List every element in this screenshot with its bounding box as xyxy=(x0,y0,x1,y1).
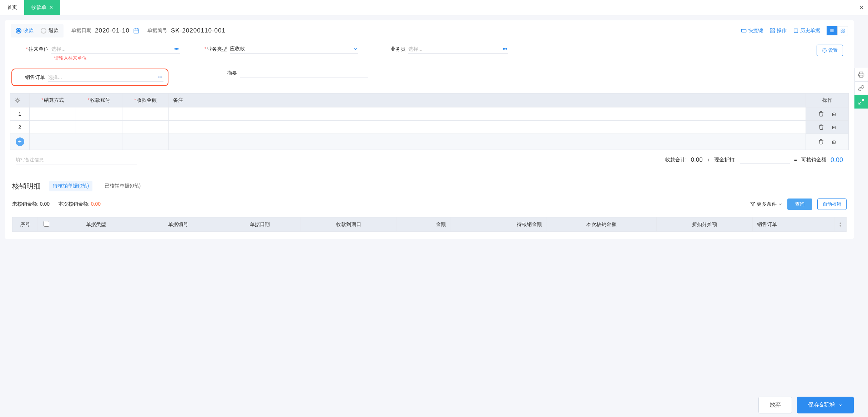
cell-account[interactable] xyxy=(76,121,122,134)
summary-input[interactable] xyxy=(240,70,368,76)
auto-writeoff-button[interactable]: 自动核销 xyxy=(817,199,847,210)
col-remark: 备注 xyxy=(169,94,806,107)
row-index: 1 xyxy=(10,107,30,121)
settings-button[interactable]: 设置 xyxy=(817,45,843,56)
chevron-down-icon xyxy=(778,202,782,206)
delete-icon[interactable] xyxy=(818,111,824,117)
table-row: 1 xyxy=(10,107,849,121)
order-input[interactable] xyxy=(48,74,156,80)
tab-receipt[interactable]: 收款单 × xyxy=(24,0,60,15)
svg-rect-4 xyxy=(741,29,746,32)
view-card-button[interactable] xyxy=(837,26,848,35)
col-discount[interactable]: 折扣分摊额 xyxy=(656,217,752,232)
view-toggle xyxy=(827,26,848,35)
radio-refund[interactable]: 退款 xyxy=(41,27,59,34)
history-link[interactable]: 历史单据 xyxy=(793,27,820,34)
copy-icon[interactable] xyxy=(831,139,836,145)
order-label: 销售订单 xyxy=(16,74,48,81)
svg-rect-10 xyxy=(773,31,774,33)
keyboard-icon xyxy=(741,28,747,34)
cell-method[interactable] xyxy=(30,121,76,134)
chevron-down-icon[interactable] xyxy=(353,46,358,52)
writeoff-value: 0.00 xyxy=(831,156,843,164)
close-all-icon[interactable]: × xyxy=(859,3,864,12)
salesman-input[interactable] xyxy=(408,46,501,52)
col-method: *结算方式 xyxy=(30,94,76,107)
copy-icon[interactable] xyxy=(831,111,836,117)
calendar-icon[interactable] xyxy=(133,27,140,34)
order-input-wrap[interactable]: ••• xyxy=(48,73,163,82)
svg-rect-19 xyxy=(841,31,842,32)
add-row: + xyxy=(10,134,849,150)
tab-pending[interactable]: 待核销单据(0笔) xyxy=(49,181,92,191)
more-icon[interactable]: ••• xyxy=(173,46,180,52)
col-amount: *收款金额 xyxy=(122,94,169,107)
party-input[interactable] xyxy=(51,46,173,52)
date-value[interactable]: 2020-01-10 xyxy=(95,27,130,34)
tab-done[interactable]: 已核销单据(0笔) xyxy=(101,181,144,191)
cell-remark[interactable] xyxy=(169,107,806,121)
cell-remark[interactable] xyxy=(169,121,806,134)
biztype-select[interactable] xyxy=(230,45,358,54)
list-icon xyxy=(793,28,799,34)
operate-link[interactable]: 操作 xyxy=(769,27,787,34)
side-print-button[interactable] xyxy=(854,68,868,81)
col-pending[interactable]: 待核销金额 xyxy=(450,217,546,232)
side-link-button[interactable] xyxy=(854,81,868,95)
party-input-wrap[interactable]: ••• xyxy=(51,45,180,54)
cell-amount[interactable] xyxy=(122,121,169,134)
side-expand-button[interactable] xyxy=(854,95,868,109)
form-item-summary: 摘要 xyxy=(204,69,368,77)
form-item-party: *往来单位 ••• xyxy=(16,45,180,54)
writeoff-info: 未核销金额: 0.00 本次核销金额: 0.00 更多条件 查询 自动核销 xyxy=(5,195,854,213)
salesman-input-wrap[interactable]: ••• xyxy=(408,45,508,54)
copy-icon[interactable] xyxy=(831,124,836,130)
remark-input[interactable] xyxy=(16,155,137,165)
radio-icon xyxy=(16,28,21,34)
discount-label: 现金折扣: xyxy=(714,157,736,163)
salesman-label: 业务员 xyxy=(373,46,408,52)
col-order[interactable]: 销售订单 xyxy=(752,217,834,232)
row-index: 2 xyxy=(10,121,30,134)
delete-icon[interactable] xyxy=(818,124,824,130)
type-radio-group: 收款 退款 xyxy=(11,24,64,37)
svg-rect-9 xyxy=(770,31,772,33)
svg-line-35 xyxy=(859,102,861,104)
cell-account[interactable] xyxy=(76,107,122,121)
sales-order-highlight: 销售订单 ••• xyxy=(11,69,168,86)
col-type[interactable]: 单据类型 xyxy=(55,217,137,232)
radio-receipt[interactable]: 收款 xyxy=(16,27,34,34)
cell-amount[interactable] xyxy=(122,107,169,121)
cell-method[interactable] xyxy=(30,107,76,121)
gear-icon xyxy=(822,48,827,53)
svg-point-21 xyxy=(824,50,825,51)
discount-input[interactable] xyxy=(740,156,790,164)
col-no[interactable]: 单据编号 xyxy=(137,217,219,232)
col-current[interactable]: 本次核销金额 xyxy=(546,217,657,232)
summary-input-wrap[interactable] xyxy=(240,69,368,77)
select-all-checkbox[interactable] xyxy=(44,221,49,227)
more-icon[interactable]: ••• xyxy=(156,74,163,80)
form-item-salesman: 业务员 ••• xyxy=(373,45,508,54)
col-amount[interactable]: 金额 xyxy=(397,217,450,232)
svg-rect-0 xyxy=(134,29,139,33)
no-label: 单据编号 xyxy=(147,27,167,34)
tab-home[interactable]: 首页 xyxy=(0,0,24,15)
total-value: 0.00 xyxy=(691,156,703,164)
more-conditions[interactable]: 更多条件 xyxy=(750,201,782,207)
view-list-button[interactable] xyxy=(827,26,837,35)
query-button[interactable]: 查询 xyxy=(787,199,812,210)
writeoff-table: 序号 单据类型 单据编号 单据日期 收款到期日 金额 待核销金额 本次核销金额 … xyxy=(12,217,847,232)
more-icon[interactable]: ••• xyxy=(501,46,508,52)
total-label: 收款合计: xyxy=(665,157,687,163)
add-row-button[interactable]: + xyxy=(16,137,24,146)
writeoff-title: 核销明细 xyxy=(12,181,41,191)
gear-icon[interactable] xyxy=(15,97,25,103)
biztype-input[interactable] xyxy=(230,46,353,52)
close-icon[interactable]: × xyxy=(49,4,53,11)
col-sort[interactable]: ▲▼ xyxy=(834,217,847,232)
col-date[interactable]: 单据日期 xyxy=(219,217,301,232)
col-due[interactable]: 收款到期日 xyxy=(301,217,397,232)
shortcut-link[interactable]: 快捷键 xyxy=(741,27,763,34)
delete-icon[interactable] xyxy=(818,139,824,145)
